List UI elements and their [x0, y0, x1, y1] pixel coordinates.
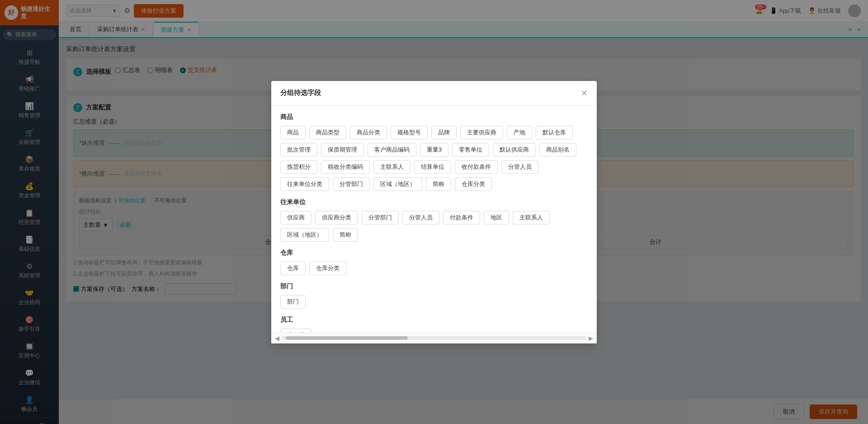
field-chip[interactable]: 商品别名	[539, 143, 576, 157]
modal-footer-scroll: ◀ ▶	[271, 333, 597, 343]
modal-dialog: 分组待选字段 ✕ 商品商品商品类型商品分类规格型号品牌主要供应商产地默认仓库批次…	[271, 81, 597, 343]
field-section-title-partner: 往来单位	[280, 198, 588, 206]
field-chip[interactable]: 零售单位	[452, 143, 489, 157]
field-chip[interactable]: 分管部门	[362, 211, 399, 224]
field-section-partner: 往来单位供应商供应商分类分管部门分管人员付款条件地区主联系人区域（地区）简称	[280, 198, 588, 242]
field-chip[interactable]: 部门	[280, 295, 306, 309]
field-chip[interactable]: 商品分类	[350, 126, 387, 139]
field-chip[interactable]: 供应商分类	[315, 211, 358, 224]
modal-overlay[interactable]: 分组待选字段 ✕ 商品商品商品类型商品分类规格型号品牌主要供应商产地默认仓库批次…	[0, 0, 868, 424]
field-grid-goods: 商品商品类型商品分类规格型号品牌主要供应商产地默认仓库批次管理保质期管理客户商品…	[280, 126, 588, 191]
field-chip[interactable]: 往来单位分类	[280, 177, 329, 191]
field-chip[interactable]: 简称	[333, 228, 358, 242]
field-chip[interactable]: 默认仓库	[536, 126, 573, 139]
field-section-title-goods: 商品	[280, 113, 588, 121]
field-chip[interactable]: 付款条件	[443, 211, 480, 224]
field-chip[interactable]: 保质期管理	[321, 143, 364, 157]
field-chip[interactable]: 商品类型	[309, 126, 346, 139]
field-chip[interactable]: 仓库分类	[455, 177, 492, 191]
field-chip[interactable]: 客户商品编码	[368, 143, 416, 157]
field-chip[interactable]: 批次管理	[280, 143, 317, 157]
scroll-right-icon[interactable]: ▶	[589, 335, 593, 342]
field-grid-staff: 业务员	[280, 329, 588, 333]
modal-title: 分组待选字段	[280, 89, 321, 97]
field-chip[interactable]: 区域（地区）	[280, 228, 329, 242]
horizontal-scrollbar[interactable]	[281, 336, 587, 340]
field-section-title-department: 部门	[280, 282, 588, 291]
field-chip[interactable]: 收付款条件	[455, 160, 498, 174]
modal-body: 商品商品商品类型商品分类规格型号品牌主要供应商产地默认仓库批次管理保质期管理客户…	[271, 106, 597, 333]
field-chip[interactable]: 商品	[280, 126, 306, 139]
field-chip[interactable]: 分管人员	[402, 211, 439, 224]
field-section-staff: 员工业务员	[280, 316, 588, 333]
field-grid-warehouse: 仓库仓库分类	[280, 262, 588, 275]
modal-close-button[interactable]: ✕	[581, 88, 588, 98]
field-chip[interactable]: 简称	[426, 177, 451, 191]
field-chip[interactable]: 拣货积分	[280, 160, 317, 174]
field-chip[interactable]: 规格型号	[391, 126, 428, 139]
field-section-goods: 商品商品商品类型商品分类规格型号品牌主要供应商产地默认仓库批次管理保质期管理客户…	[280, 113, 588, 191]
field-chip[interactable]: 仓库分类	[309, 262, 346, 275]
field-chip[interactable]: 重量3	[420, 143, 448, 157]
field-chip[interactable]: 默认供应商	[493, 143, 536, 157]
field-chip[interactable]: 业务员	[280, 329, 311, 333]
field-chip[interactable]: 主联系人	[373, 160, 410, 174]
field-chip[interactable]: 主要供应商	[460, 126, 503, 139]
field-section-department: 部门部门	[280, 282, 588, 309]
field-chip[interactable]: 品牌	[431, 126, 457, 139]
field-section-warehouse: 仓库仓库仓库分类	[280, 249, 588, 275]
field-chip[interactable]: 结算单位	[414, 160, 451, 174]
field-chip[interactable]: 地区	[484, 211, 509, 224]
field-grid-department: 部门	[280, 295, 588, 309]
field-chip[interactable]: 供应商	[280, 211, 311, 224]
field-chip[interactable]: 税收分类编码	[321, 160, 370, 174]
scroll-left-icon[interactable]: ◀	[275, 335, 279, 342]
field-chip[interactable]: 主联系人	[513, 211, 550, 224]
field-section-title-staff: 员工	[280, 316, 588, 324]
field-chip[interactable]: 产地	[507, 126, 532, 139]
modal-header: 分组待选字段 ✕	[271, 81, 597, 106]
field-chip[interactable]: 分管部门	[333, 177, 370, 191]
field-grid-partner: 供应商供应商分类分管部门分管人员付款条件地区主联系人区域（地区）简称	[280, 211, 588, 242]
field-chip[interactable]: 分管人员	[501, 160, 538, 174]
field-chip[interactable]: 仓库	[280, 262, 306, 275]
field-section-title-warehouse: 仓库	[280, 249, 588, 257]
field-chip[interactable]: 区域（地区）	[373, 177, 422, 191]
